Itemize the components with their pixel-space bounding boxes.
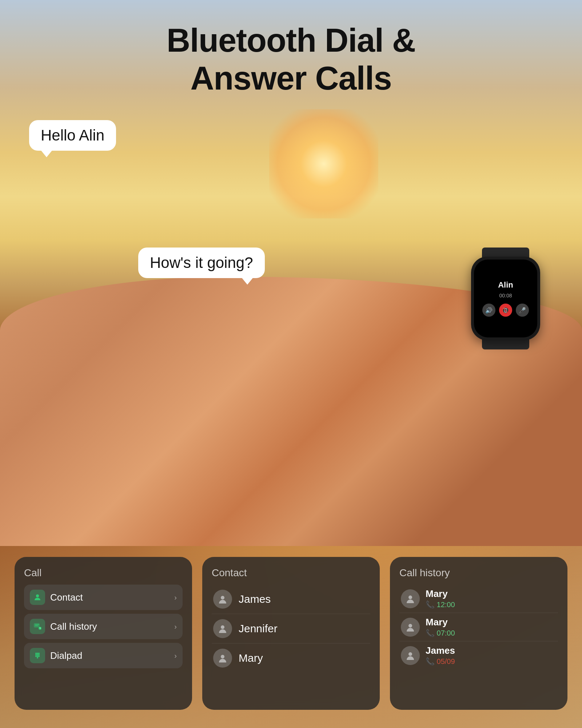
end-call-button[interactable]: 📵	[499, 304, 512, 317]
history-mary2-time: 📞 07:00	[426, 629, 455, 637]
title-line2: Answer Calls	[0, 60, 582, 98]
missed-phone-icon: 📞	[426, 657, 437, 665]
svg-point-3	[35, 653, 37, 654]
james-avatar	[213, 590, 232, 609]
svg-point-13	[221, 596, 224, 600]
dialpad-label: Dialpad	[50, 650, 169, 661]
history-james-info: James 📞 05/09	[426, 645, 455, 666]
speech-bubble-right-text: How's it going?	[150, 254, 253, 271]
main-content: Bluetooth Dial & Answer Calls Hello Alin…	[0, 0, 582, 728]
history-mary1-avatar	[401, 589, 420, 608]
svg-point-8	[38, 654, 40, 656]
contact-mary[interactable]: Mary	[212, 644, 370, 673]
call-panel-title: Call	[24, 567, 183, 579]
call-item-history[interactable]: Call history ›	[24, 614, 183, 639]
watch-contact-name: Alin	[498, 280, 513, 290]
dialpad-chevron: ›	[174, 652, 177, 660]
call-item-contact[interactable]: Contact ›	[24, 585, 183, 610]
watch-screen: Alin 00:08 🔊 📵 🎤	[474, 260, 537, 337]
speech-bubble-left-text: Hello Alin	[41, 127, 104, 144]
jennifer-name: Jennifer	[239, 622, 278, 635]
contact-icon	[30, 590, 45, 605]
james-name: James	[239, 593, 271, 605]
watch-body: Alin 00:08 🔊 📵 🎤	[471, 257, 540, 340]
history-james-time: 📞 05/09	[426, 657, 455, 666]
svg-point-7	[37, 654, 38, 656]
history-mary1-time: 📞 12:00	[426, 600, 455, 609]
svg-point-4	[37, 653, 38, 654]
history-james-name: James	[426, 645, 455, 656]
watch-call-buttons: 🔊 📵 🎤	[482, 304, 529, 317]
svg-point-18	[408, 652, 412, 656]
info-panels: Call Contact ›	[15, 557, 567, 710]
call-item-dialpad[interactable]: Dialpad ›	[24, 643, 183, 668]
history-mary-2[interactable]: Mary 📞 07:00	[399, 613, 558, 641]
svg-point-16	[408, 596, 412, 599]
svg-point-6	[35, 654, 37, 656]
speech-bubble-left: Hello Alin	[29, 120, 116, 151]
history-mary1-name: Mary	[426, 588, 455, 600]
history-james[interactable]: James 📞 05/09	[399, 641, 558, 669]
mic-button[interactable]: 🎤	[516, 304, 529, 317]
svg-rect-1	[34, 623, 40, 628]
mary-avatar	[213, 649, 232, 668]
svg-point-5	[38, 653, 40, 654]
svg-point-9	[35, 656, 37, 657]
contact-label: Contact	[50, 592, 169, 603]
speaker-button[interactable]: 🔊	[482, 304, 495, 317]
incoming-phone-icon: 📞	[426, 601, 437, 609]
history-icon	[30, 619, 45, 634]
history-mary2-info: Mary 📞 07:00	[426, 617, 455, 637]
svg-point-17	[408, 624, 412, 628]
speech-bubble-right: How's it going?	[138, 248, 265, 278]
mary-name: Mary	[239, 652, 263, 664]
watch-timer: 00:08	[499, 293, 512, 298]
history-mary2-avatar	[401, 618, 420, 637]
call-panel: Call Contact ›	[15, 557, 192, 710]
svg-point-10	[37, 656, 38, 657]
history-mary2-name: Mary	[426, 617, 455, 628]
contact-james[interactable]: James	[212, 585, 370, 614]
history-label: Call history	[50, 621, 169, 632]
svg-point-14	[221, 625, 224, 629]
history-chevron: ›	[174, 622, 177, 631]
svg-point-15	[221, 655, 224, 658]
incoming-phone-icon2: 📞	[426, 629, 437, 637]
history-mary-1[interactable]: Mary 📞 12:00	[399, 585, 558, 613]
page-title: Bluetooth Dial & Answer Calls	[0, 0, 582, 97]
history-james-avatar	[401, 646, 420, 665]
contact-panel: Contact James Jennifer	[202, 557, 380, 710]
dialpad-icon	[30, 648, 45, 663]
history-panel: Call history Mary 📞 12:00	[390, 557, 567, 710]
svg-point-12	[37, 657, 38, 658]
smartwatch: Alin 00:08 🔊 📵 🎤	[466, 248, 546, 346]
contact-panel-title: Contact	[212, 567, 370, 579]
contact-chevron: ›	[174, 593, 177, 602]
history-mary1-info: Mary 📞 12:00	[426, 588, 455, 609]
svg-point-11	[38, 656, 40, 657]
history-panel-title: Call history	[399, 567, 558, 579]
svg-point-0	[36, 594, 39, 597]
title-line1: Bluetooth Dial &	[0, 22, 582, 60]
contact-jennifer[interactable]: Jennifer	[212, 614, 370, 644]
jennifer-avatar	[213, 619, 232, 638]
